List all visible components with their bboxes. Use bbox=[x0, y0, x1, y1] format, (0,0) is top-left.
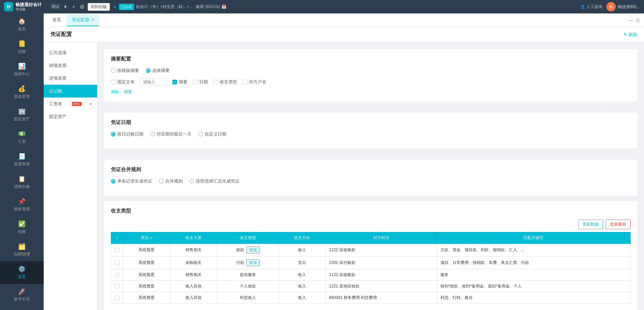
radio-daily[interactable]: 按日记账日期 bbox=[111, 131, 143, 137]
cell-direction-3: 收入 bbox=[279, 281, 326, 292]
help-link[interactable]: 👤 人工咨询 bbox=[580, 4, 602, 10]
radio-select[interactable]: 选择摘要 bbox=[146, 68, 170, 74]
sidebar-item-funds[interactable]: 💰 资金管理 bbox=[0, 81, 44, 104]
fixed-assets-icon: 🏢 bbox=[18, 108, 26, 115]
radio-period-last-circle bbox=[150, 132, 155, 137]
select-all-checkbox[interactable]: ✓ bbox=[115, 236, 119, 240]
summary-radio-group: 按模版摘要 选择摘要 bbox=[111, 68, 631, 74]
radio-total-circle bbox=[189, 179, 194, 184]
cell-checkbox-4[interactable] bbox=[111, 292, 123, 304]
refresh-btn[interactable]: ↻ 刷新 bbox=[624, 32, 637, 38]
radio-select-circle bbox=[146, 68, 151, 73]
sidebar-item-payroll[interactable]: 💵 工资 bbox=[0, 126, 44, 149]
page-header: 凭证配置 ↻ 刷新 bbox=[44, 27, 644, 42]
sidebar-item-fixed-assets[interactable]: 🏢 固定资产 bbox=[0, 104, 44, 126]
sidebar-label-fixed-assets: 固定资产 bbox=[14, 116, 30, 122]
cell-checkbox-1[interactable] bbox=[111, 257, 123, 269]
fixed-text-input[interactable] bbox=[140, 78, 167, 86]
cell-checkbox-0[interactable] bbox=[111, 244, 123, 257]
sort-icon[interactable]: ∨ bbox=[150, 236, 153, 240]
sidebar-item-member[interactable]: 👑 畅会员 bbox=[0, 306, 44, 310]
sidebar-item-guide[interactable]: 🚀 新手引导 bbox=[0, 284, 44, 306]
user-info[interactable]: 畅 畅捷通B组... bbox=[606, 2, 640, 11]
logo-icon: 好 bbox=[4, 2, 13, 11]
row-checkbox-1[interactable] bbox=[115, 261, 119, 265]
sidebar-item-tax[interactable]: 📌 税务管理 bbox=[0, 194, 44, 216]
sidebar-item-purchase-sales[interactable]: 📋 进销台账 bbox=[0, 171, 44, 194]
checkbox-fixed-text[interactable]: 固定文本 bbox=[111, 79, 135, 85]
checkbox-counterparty[interactable]: 对方户名 bbox=[243, 79, 266, 85]
status-badge: 已认证 bbox=[119, 4, 134, 10]
sidebar-item-archive[interactable]: 🗂️ 归档管理 bbox=[0, 239, 44, 261]
cell-direction-2: 收入 bbox=[279, 269, 326, 281]
summary-config-title: 摘要配置 bbox=[111, 56, 631, 62]
cell-category-4: 系统预置 bbox=[123, 292, 170, 304]
sidebar-item-home[interactable]: 🏠 首页 bbox=[0, 13, 44, 36]
avatar: 畅 bbox=[606, 2, 616, 11]
left-menu-item-sales-invoice[interactable]: 销项发票 bbox=[44, 59, 97, 72]
left-menu-item-fixed-assets[interactable]: 固定资产 bbox=[44, 110, 97, 123]
radio-merge[interactable]: 合并规则 bbox=[159, 178, 183, 184]
tab-action-minimize[interactable]: — bbox=[629, 17, 633, 23]
th-checkbox[interactable]: ✓ bbox=[111, 232, 123, 244]
sidebar-item-settings[interactable]: ⚙️ 设置 bbox=[0, 261, 44, 284]
sidebar-item-ledger[interactable]: 📒 总账 bbox=[0, 36, 44, 59]
cell-keywords-0: 欠款、现金、项目款、到款、报销款、汇入、... bbox=[437, 244, 630, 257]
row-checkbox-2[interactable] bbox=[115, 273, 119, 277]
sidebar-item-settlement[interactable]: ✅ 结账 bbox=[0, 216, 44, 239]
cell-income-big-4: 收入其他 bbox=[170, 292, 217, 304]
left-menu-item-daily-ledger[interactable]: 日记账 bbox=[44, 85, 97, 98]
cell-checkbox-2[interactable] bbox=[111, 269, 123, 281]
ledger-icon: 📒 bbox=[18, 40, 26, 47]
row-checkbox-3[interactable] bbox=[115, 284, 119, 288]
new-badge: NEW bbox=[72, 102, 82, 106]
sidebar-item-reports[interactable]: 📊 报表中心 bbox=[0, 59, 44, 81]
tab-close-icon[interactable]: ✕ bbox=[91, 17, 94, 22]
topbar-add-icon[interactable]: ＋ bbox=[71, 3, 76, 10]
calendar-icon[interactable]: 📅 bbox=[221, 4, 226, 9]
update-btn[interactable]: 更新数据 bbox=[578, 220, 603, 229]
tab-voucher-config[interactable]: 凭证配置 ✕ bbox=[67, 14, 99, 26]
checkbox-income-type-label: 收支类型 bbox=[220, 79, 237, 85]
guide-icon: 🚀 bbox=[18, 288, 26, 295]
sidebar-item-invoice-mgmt[interactable]: 🧾 发票管理 bbox=[0, 149, 44, 171]
checkbox-date[interactable]: 日期 bbox=[193, 79, 208, 85]
left-menu-item-public[interactable]: 公共选项 bbox=[44, 46, 97, 59]
checkbox-abstract[interactable]: ✓ 摘要 bbox=[172, 79, 187, 85]
checkbox-income-type[interactable]: 收支类型 bbox=[213, 79, 237, 85]
status-check-icon: ✔ bbox=[113, 4, 117, 9]
purchase-sales-icon: 📋 bbox=[18, 175, 26, 183]
merge-rules-title: 凭证合并规则 bbox=[111, 166, 631, 173]
delete-btn[interactable]: 批量删除 bbox=[606, 220, 631, 229]
radio-daily-circle bbox=[111, 132, 116, 137]
radio-merge-label: 合并规则 bbox=[165, 178, 183, 184]
type-tag-0[interactable]: 置顶 bbox=[246, 246, 260, 254]
sidebar-label-funds: 资金管理 bbox=[14, 94, 30, 100]
th-keywords: 匹配关键字 bbox=[437, 232, 630, 244]
divider-1 bbox=[104, 107, 637, 107]
radio-custom[interactable]: 自定义日期 bbox=[198, 131, 226, 137]
switch-old-btn[interactable]: 切到旧版 bbox=[88, 3, 110, 11]
row-checkbox-4[interactable] bbox=[115, 296, 119, 300]
help-label: 人工咨询 bbox=[586, 4, 602, 10]
nav-dropdown-icon[interactable]: ▼ bbox=[63, 4, 68, 9]
th-income-type: 收支类型 bbox=[217, 232, 279, 244]
cell-income-big-2: 销售相关 bbox=[170, 269, 217, 281]
cell-category-1: 系统预置 bbox=[123, 257, 170, 269]
checkbox-abstract-label: 摘要 bbox=[179, 79, 187, 85]
tab-action-maximize[interactable]: ⊡ bbox=[636, 17, 640, 23]
topbar-settings-icon[interactable]: ⚙ bbox=[80, 4, 84, 10]
radio-single[interactable]: 单条记录生成凭证 bbox=[111, 178, 152, 184]
radio-period-last[interactable]: 对应期间最后一天 bbox=[150, 131, 191, 137]
cell-income-type-2: 提供服务 bbox=[217, 269, 279, 281]
row-checkbox-0[interactable] bbox=[115, 248, 119, 252]
cell-income-type-4: 利息收入 bbox=[217, 292, 279, 304]
radio-total[interactable]: 按照选择汇总生成凭证 bbox=[189, 178, 240, 184]
radio-template[interactable]: 按模版摘要 bbox=[111, 68, 139, 74]
left-menu-item-payroll[interactable]: 工资表 NEW ▾ bbox=[44, 98, 97, 110]
cell-checkbox-3[interactable] bbox=[111, 281, 123, 292]
left-menu-item-purchase-invoice[interactable]: 进项发票 bbox=[44, 72, 97, 85]
tab-home[interactable]: 首页 bbox=[48, 14, 66, 26]
sidebar-label-tax: 税务管理 bbox=[14, 206, 30, 212]
type-tag-1[interactable]: 置顶 bbox=[246, 259, 260, 266]
